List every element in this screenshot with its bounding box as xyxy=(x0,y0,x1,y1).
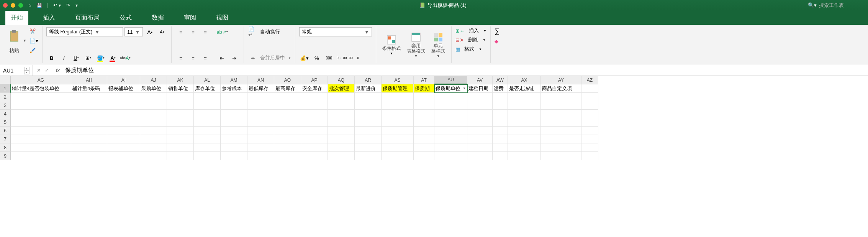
cell-AN7[interactable] xyxy=(247,135,274,143)
cell-AN1[interactable]: 最低库存 xyxy=(247,84,274,93)
close-window[interactable] xyxy=(3,3,8,8)
cell-AG6[interactable] xyxy=(11,127,71,135)
cell-AK9[interactable] xyxy=(167,152,194,160)
number-format-combo[interactable]: 常规▼ xyxy=(299,27,372,36)
cell-AO2[interactable] xyxy=(274,93,301,101)
cell-AZ3[interactable] xyxy=(581,101,598,110)
cell-AL9[interactable] xyxy=(194,152,221,160)
cell-AP7[interactable] xyxy=(301,135,328,143)
cell-AO8[interactable] xyxy=(274,143,301,152)
cell-AT8[interactable] xyxy=(414,143,434,152)
formula-input[interactable] xyxy=(63,67,868,74)
cell-AR9[interactable] xyxy=(355,152,382,160)
cell-AG5[interactable] xyxy=(11,118,71,127)
cell-styles-button[interactable]: 单元 格样式▼ xyxy=(429,31,447,59)
cells-area[interactable]: 辅计量4是否包装单位辅计量4条码报表辅单位采购单位销售单位库存单位参考成本最低库… xyxy=(11,84,868,160)
cell-AG7[interactable] xyxy=(11,135,71,143)
cell-AM2[interactable] xyxy=(221,93,247,101)
cell-AJ2[interactable] xyxy=(140,93,167,101)
select-all-corner[interactable] xyxy=(0,76,11,84)
cell-AP6[interactable] xyxy=(301,127,328,135)
cell-AP8[interactable] xyxy=(301,143,328,152)
cancel-formula-icon[interactable]: ✕ xyxy=(37,67,41,73)
font-color-button[interactable]: A▾ xyxy=(108,53,118,63)
cell-AM1[interactable]: 参考成本 xyxy=(221,84,247,93)
cell-AK2[interactable] xyxy=(167,93,194,101)
cell-AW4[interactable] xyxy=(493,110,508,118)
cell-AO9[interactable] xyxy=(274,152,301,160)
cell-AM8[interactable] xyxy=(221,143,247,152)
save-icon[interactable]: 💾 xyxy=(36,3,42,8)
cell-AR4[interactable] xyxy=(355,110,382,118)
search-box[interactable]: 🔍▾ xyxy=(808,2,865,8)
cell-AX4[interactable] xyxy=(508,110,541,118)
paste-dropdown-icon[interactable]: ▼ xyxy=(23,39,26,43)
cell-AW9[interactable] xyxy=(493,152,508,160)
cell-AV5[interactable] xyxy=(467,118,493,127)
cell-AL2[interactable] xyxy=(194,93,221,101)
cell-AH7[interactable] xyxy=(71,135,107,143)
cell-AL1[interactable]: 库存单位 xyxy=(194,84,221,93)
cell-AK1[interactable]: 销售单位 xyxy=(167,84,194,93)
cell-AV2[interactable] xyxy=(467,93,493,101)
cell-AN3[interactable] xyxy=(247,101,274,110)
cell-AO6[interactable] xyxy=(274,127,301,135)
cell-AK4[interactable] xyxy=(167,110,194,118)
cell-AM7[interactable] xyxy=(221,135,247,143)
percent-icon[interactable]: % xyxy=(311,53,322,63)
cell-AQ6[interactable] xyxy=(328,127,355,135)
font-size-combo[interactable]: 11▼ xyxy=(124,27,143,36)
cell-AV9[interactable] xyxy=(467,152,493,160)
cell-AI3[interactable] xyxy=(107,101,140,110)
cell-AW6[interactable] xyxy=(493,127,508,135)
cell-AV3[interactable] xyxy=(467,101,493,110)
cell-AU6[interactable] xyxy=(434,127,467,135)
cell-AZ6[interactable] xyxy=(581,127,598,135)
undo-icon[interactable]: ↶ ▾ xyxy=(53,3,61,8)
cell-AT4[interactable] xyxy=(414,110,434,118)
wrap-text-icon[interactable]: 📄↩ xyxy=(248,27,259,36)
cell-AG8[interactable] xyxy=(11,143,71,152)
align-top-icon[interactable]: ≡ xyxy=(175,27,186,36)
cell-AL8[interactable] xyxy=(194,143,221,152)
delete-cells-button[interactable]: ⊟✕ 删除 ▼ xyxy=(455,36,486,43)
cell-AQ9[interactable] xyxy=(328,152,355,160)
cell-AP5[interactable] xyxy=(301,118,328,127)
col-header-AU[interactable]: AU xyxy=(434,76,467,84)
tab-页面布局[interactable]: 页面布局 xyxy=(70,11,105,25)
cell-AX7[interactable] xyxy=(508,135,541,143)
cell-AQ3[interactable] xyxy=(328,101,355,110)
cell-AS7[interactable] xyxy=(382,135,414,143)
cell-AK5[interactable] xyxy=(167,118,194,127)
cell-AJ6[interactable] xyxy=(140,127,167,135)
fx-icon[interactable]: fx xyxy=(53,67,63,73)
name-box[interactable]: AU1 ▴▾ xyxy=(0,65,33,76)
indent-decrease-icon[interactable]: ⇤ xyxy=(217,53,228,63)
cell-AH1[interactable]: 辅计量4条码 xyxy=(71,84,107,93)
bold-button[interactable]: B xyxy=(46,53,57,63)
col-header-AS[interactable]: AS xyxy=(382,76,414,84)
cell-AR8[interactable] xyxy=(355,143,382,152)
cell-AG4[interactable] xyxy=(11,110,71,118)
align-center-icon[interactable]: ≡ xyxy=(188,53,198,63)
comma-icon[interactable]: 000 xyxy=(324,53,334,63)
shrink-font-icon[interactable]: A▾ xyxy=(157,27,167,36)
cell-AN9[interactable] xyxy=(247,152,274,160)
cell-AI9[interactable] xyxy=(107,152,140,160)
indent-increase-icon[interactable]: ⇥ xyxy=(229,53,240,63)
cell-AZ9[interactable] xyxy=(581,152,598,160)
cell-AY1[interactable]: 商品自定义项 xyxy=(541,84,581,93)
cell-AI4[interactable] xyxy=(107,110,140,118)
grow-font-icon[interactable]: A▴ xyxy=(144,27,155,36)
cell-AL6[interactable] xyxy=(194,127,221,135)
tab-视图[interactable]: 视图 xyxy=(211,11,234,25)
cell-AU3[interactable] xyxy=(434,101,467,110)
cell-AU1[interactable]: 保质期单位▼ xyxy=(434,84,467,93)
tab-公式[interactable]: 公式 xyxy=(114,11,137,25)
cell-AH3[interactable] xyxy=(71,101,107,110)
row-header-1[interactable]: 1 xyxy=(0,84,11,93)
dropdown-icon[interactable]: ▼ xyxy=(462,87,466,90)
cell-AY8[interactable] xyxy=(541,143,581,152)
font-name-combo[interactable]: 等线 Regular (正文)▼ xyxy=(46,27,123,36)
cell-AP2[interactable] xyxy=(301,93,328,101)
